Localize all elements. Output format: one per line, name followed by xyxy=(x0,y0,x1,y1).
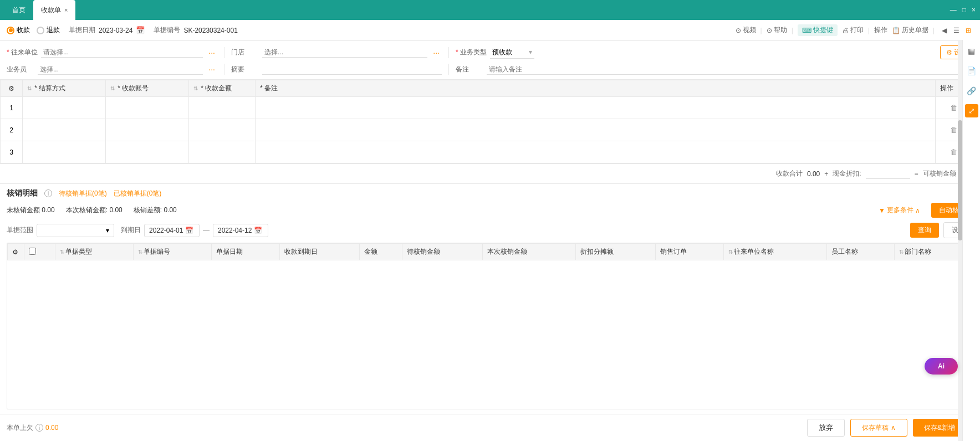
tab-home[interactable]: 首页 xyxy=(4,0,33,20)
remark-cell-2[interactable] xyxy=(256,119,936,141)
due-label: 到期日 xyxy=(121,225,141,235)
sidebar-table-icon[interactable]: ▦ xyxy=(965,44,978,58)
more-filter-btn[interactable]: ▼ 更多条件 ∧ xyxy=(879,206,920,215)
date-to-picker[interactable]: 2022-04-12 📅 xyxy=(213,224,268,237)
checkbox-select-th xyxy=(24,244,55,260)
order-value: 0.00 xyxy=(45,424,58,432)
staff-input[interactable] xyxy=(38,64,203,75)
range-select[interactable]: ▾ xyxy=(37,224,114,237)
remark-cell-1[interactable] xyxy=(256,97,936,119)
counterpart-more-btn[interactable]: ··· xyxy=(206,48,217,57)
current-col-header: 本次核销金额 xyxy=(483,244,575,260)
date-range-sep: — xyxy=(203,227,210,234)
footer-left: 本单上欠 i 0.00 xyxy=(7,423,58,433)
calendar-icon[interactable]: 📅 xyxy=(136,26,145,34)
footer: 本单上欠 i 0.00 放弃 保存草稿 ∧ 保存&新增 ∧ xyxy=(0,414,980,441)
scrollbar-area[interactable] xyxy=(958,40,962,441)
ai-label: Ai xyxy=(938,362,945,370)
divider-4 xyxy=(448,64,449,75)
counterpart-field: 往来单位 ··· xyxy=(7,47,217,58)
amount-cell-1[interactable] xyxy=(189,97,256,119)
settle-cell-1[interactable] xyxy=(23,97,106,119)
save-draft-button[interactable]: 保存草稿 ∧ xyxy=(850,419,907,437)
number-label: 单据编号 xyxy=(154,25,180,35)
prev-icon[interactable]: ◀ xyxy=(939,25,949,35)
info-icon[interactable]: i xyxy=(44,189,52,197)
account-cell-1[interactable] xyxy=(106,97,189,119)
gear-col-header[interactable]: ⚙ xyxy=(1,80,23,97)
maximize-button[interactable]: □ xyxy=(962,6,966,14)
sort-icon: ⇅ xyxy=(138,249,142,255)
shop-more-btn[interactable]: ··· xyxy=(431,48,442,57)
remark-field: 备注 xyxy=(456,64,973,75)
remark-cell-3[interactable] xyxy=(256,141,936,163)
select-all-checkbox[interactable] xyxy=(29,248,36,255)
account-cell-2[interactable] xyxy=(106,119,189,141)
calendar-from-icon: 📅 xyxy=(185,227,193,234)
shortcut-action[interactable]: ⌨ 快捷键 xyxy=(798,24,838,36)
number-col-header[interactable]: ⇅单据编号 xyxy=(134,244,212,260)
amount-cell-3[interactable] xyxy=(189,141,256,163)
verify-stats: 未核销金额 0.00 本次核销金额: 0.00 核销差额: 0.00 ▼ 更多条… xyxy=(7,203,973,218)
remark-col-header: * 备注 xyxy=(256,80,936,97)
query-button[interactable]: 查询 xyxy=(910,223,939,238)
sort-icon: ⇅ xyxy=(60,249,64,255)
window-close-button[interactable]: × xyxy=(972,6,976,14)
minimize-button[interactable]: — xyxy=(950,6,957,14)
operation-action[interactable]: 操作 xyxy=(874,25,887,35)
receipt-radio[interactable]: 收款 xyxy=(7,25,30,35)
list-icon[interactable]: ☰ xyxy=(951,25,961,35)
chevron-up-icon: ∧ xyxy=(891,424,896,432)
receipt-radio-dot xyxy=(7,27,14,34)
verify-filter-row: 单据范围 ▾ 到期日 2022-04-01 📅 — 2022-0 xyxy=(7,222,973,238)
ai-bubble[interactable]: Ai xyxy=(925,358,958,375)
staff-more-btn[interactable]: ··· xyxy=(206,65,217,74)
tab-receipt-close[interactable]: × xyxy=(64,7,68,13)
account-cell-3[interactable] xyxy=(106,141,189,163)
grid-icon[interactable]: ⊞ xyxy=(963,25,973,35)
info-icon[interactable]: i xyxy=(35,424,43,432)
video-action[interactable]: ⊙ 视频 xyxy=(736,25,756,35)
type-col-header[interactable]: ⇅单据类型 xyxy=(55,244,134,260)
delete-row-3-btn[interactable]: 🗑 xyxy=(950,148,957,157)
counterpart-input[interactable] xyxy=(41,47,203,58)
shop-input[interactable] xyxy=(262,47,427,58)
discount-input[interactable] xyxy=(866,168,910,179)
shortcut-icon: ⌨ xyxy=(802,27,811,34)
sort-icon: ⇅ xyxy=(110,85,115,91)
summary-input[interactable] xyxy=(262,64,442,75)
delete-row-2-btn[interactable]: 🗑 xyxy=(950,126,957,135)
remark-label: 备注 xyxy=(456,65,483,74)
total-value: 0.00 xyxy=(807,170,820,178)
gear-icon: ⚙ xyxy=(8,85,14,93)
help-action[interactable]: ⊙ 帮助 xyxy=(767,25,787,35)
amount-cell-2[interactable] xyxy=(189,119,256,141)
footer-right: 放弃 保存草稿 ∧ 保存&新增 ∧ xyxy=(807,419,973,437)
sidebar-doc-icon[interactable]: 📄 xyxy=(965,64,978,78)
delete-row-1-btn[interactable]: 🗑 xyxy=(950,104,957,112)
refund-radio[interactable]: 退款 xyxy=(37,25,60,35)
print-action[interactable]: 🖨 打印 xyxy=(842,25,864,35)
abandon-button[interactable]: 放弃 xyxy=(807,419,845,437)
tab-receipt[interactable]: 收款单 × xyxy=(33,0,75,20)
settle-cell-3[interactable] xyxy=(23,141,106,163)
date-from-picker[interactable]: 2022-04-01 📅 xyxy=(144,224,200,237)
scrollbar-thumb xyxy=(958,120,962,240)
remark-input[interactable] xyxy=(487,64,973,75)
sort-icon: ⇅ xyxy=(899,249,904,255)
gear-icon[interactable]: ⚙ xyxy=(12,248,18,256)
counterpart-col-header[interactable]: ⇅往来单位名称 xyxy=(723,244,826,260)
history-action[interactable]: 📋 历史单据 xyxy=(892,25,928,35)
bottom-table: ⚙ ⇅单据类型 ⇅单据编号 单据日期 收款到期日 金额 xyxy=(7,243,973,260)
date-label: 单据日期 xyxy=(69,25,95,35)
sidebar-link-icon[interactable]: 🔗 xyxy=(965,84,978,98)
diff-stat: 核销差额: 0.00 xyxy=(134,206,177,215)
business-type-select[interactable]: 预收款 ▾ xyxy=(490,47,534,59)
table-row: 3 🗑 ⧉ xyxy=(1,141,980,163)
history-icon: 📋 xyxy=(892,27,900,34)
pending-tab[interactable]: 待核销单据(0笔) xyxy=(59,189,107,198)
print-icon: 🖨 xyxy=(842,27,849,34)
settle-cell-2[interactable] xyxy=(23,119,106,141)
sidebar-expand-icon[interactable]: ⤢ xyxy=(965,104,978,117)
done-tab[interactable]: 已核销单据(0笔) xyxy=(114,189,162,198)
